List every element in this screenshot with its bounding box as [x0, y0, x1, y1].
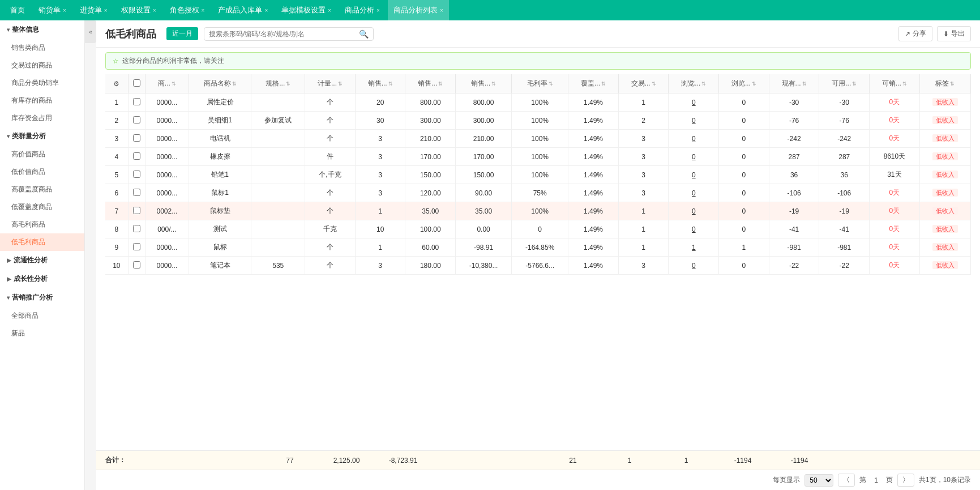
row-spec — [251, 148, 305, 166]
col-name[interactable]: 商品名称⇅ — [189, 74, 251, 93]
per-page-select[interactable]: 50 20 100 — [804, 474, 833, 487]
row-checkbox[interactable] — [128, 238, 145, 257]
sidebar-item-high-value[interactable]: 高价值商品 — [0, 146, 84, 163]
col-code[interactable]: 商...⇅ — [145, 74, 189, 93]
row-sales-price: 60.00 — [405, 238, 456, 257]
col-coverage[interactable]: 覆盖...⇅ — [568, 74, 619, 93]
col-sales-qty[interactable]: 销售...⇅ — [355, 74, 405, 93]
nav-role-auth-close[interactable]: × — [202, 7, 205, 14]
select-all-checkbox[interactable] — [133, 79, 140, 87]
row-views1[interactable]: 0 — [669, 220, 719, 238]
row-no: 10 — [105, 257, 128, 275]
nav-product-analysis-close[interactable]: × — [376, 7, 380, 14]
col-available[interactable]: 可用...⇅ — [819, 74, 870, 93]
row-sales-qty: 20 — [355, 93, 405, 112]
sidebar-item-low-margin[interactable]: 低毛利商品 — [0, 233, 84, 251]
next-page-button[interactable]: 〉 — [897, 474, 914, 487]
nav-permission[interactable]: 权限设置 × — [115, 0, 162, 20]
nav-template[interactable]: 单据模板设置 × — [276, 0, 337, 20]
share-button[interactable]: ↗ 分享 — [898, 26, 932, 41]
top-nav: 首页 销货单 × 进货单 × 权限设置 × 角色授权 × 产成品入库单 × 单据… — [0, 0, 980, 20]
row-transactions: 3 — [618, 148, 669, 166]
col-views2[interactable]: 浏览...⇅ — [719, 74, 769, 93]
sidebar-item-all-products[interactable]: 全部商品 — [0, 307, 84, 325]
col-sellable[interactable]: 可销...⇅ — [870, 74, 920, 93]
nav-product-analysis[interactable]: 商品分析 × — [339, 0, 386, 20]
table-row: 3 0000... 电话机 个 3 210.00 210.00 100% 1.4… — [105, 130, 971, 148]
col-sales-price[interactable]: 销售...⇅ — [405, 74, 456, 93]
header-actions: ↗ 分享 ⬇ 导出 — [898, 26, 971, 41]
footer-transactions: 21 — [550, 457, 596, 465]
row-views1[interactable]: 0 — [669, 130, 719, 148]
sidebar-group-growth[interactable]: ▶ 成长性分析 — [0, 270, 84, 288]
row-checkbox[interactable] — [128, 93, 145, 112]
row-views1[interactable]: 0 — [669, 112, 719, 130]
nav-finished-goods[interactable]: 产成品入库单 × — [212, 0, 273, 20]
nav-product-analysis-list[interactable]: 商品分析列表 × — [388, 0, 449, 20]
row-views1[interactable]: 0 — [669, 166, 719, 184]
col-spec[interactable]: 规格...⇅ — [251, 74, 305, 93]
row-sales-qty: 3 — [355, 184, 405, 202]
row-views1[interactable]: 0 — [669, 257, 719, 275]
sidebar-group-marketing[interactable]: ▾ 营销推广分析 — [0, 288, 84, 307]
sidebar-item-low-coverage[interactable]: 低覆盖度商品 — [0, 198, 84, 216]
sidebar-item-high-coverage[interactable]: 高覆盖度商品 — [0, 181, 84, 198]
nav-template-close[interactable]: × — [328, 7, 331, 14]
col-checkbox[interactable] — [128, 74, 145, 93]
row-checkbox[interactable] — [128, 112, 145, 130]
row-checkbox[interactable] — [128, 220, 145, 238]
row-views2: 0 — [719, 166, 769, 184]
search-input[interactable] — [209, 30, 359, 38]
export-button[interactable]: ⬇ 导出 — [937, 26, 971, 41]
filter-button[interactable]: 近一月 — [166, 27, 198, 40]
nav-sales-order[interactable]: 销货单 × — [33, 0, 72, 20]
sidebar-collapse-button[interactable]: « — [85, 20, 96, 43]
row-checkbox[interactable] — [128, 184, 145, 202]
sidebar-item-category-sales-rate[interactable]: 商品分类助销率 — [0, 74, 84, 92]
sidebar-item-high-margin[interactable]: 高毛利商品 — [0, 216, 84, 233]
row-views1[interactable]: 1 — [669, 238, 719, 257]
row-checkbox[interactable] — [128, 166, 145, 184]
search-icon[interactable]: 🔍 — [359, 29, 369, 39]
col-current-stock[interactable]: 现有...⇅ — [769, 74, 819, 93]
col-transactions[interactable]: 交易...⇅ — [618, 74, 669, 93]
row-views1[interactable]: 0 — [669, 148, 719, 166]
row-tag: 低收入 — [919, 148, 970, 166]
sidebar-item-new-products[interactable]: 新品 — [0, 325, 84, 342]
row-sellable: 0天 — [870, 130, 920, 148]
sidebar-group-cluster[interactable]: ▾ 类群量分析 — [0, 127, 84, 146]
nav-sales-order-close[interactable]: × — [63, 7, 66, 14]
col-tag[interactable]: 标签⇅ — [919, 74, 970, 93]
sidebar-item-stock-capital[interactable]: 库存资金占用 — [0, 109, 84, 127]
col-unit[interactable]: 计量...⇅ — [305, 74, 356, 93]
row-views1[interactable]: 0 — [669, 184, 719, 202]
row-views1[interactable]: 0 — [669, 202, 719, 220]
sidebar-group-overview[interactable]: ▾ 整体信息 — [0, 20, 84, 39]
row-code: 000/... — [145, 220, 189, 238]
nav-product-analysis-list-close[interactable]: × — [440, 7, 443, 14]
nav-finished-goods-close[interactable]: × — [264, 7, 268, 14]
sidebar-item-low-value[interactable]: 低价值商品 — [0, 163, 84, 181]
sidebar-group-circulation[interactable]: ▶ 流通性分析 — [0, 251, 84, 270]
nav-permission-close[interactable]: × — [153, 7, 156, 14]
nav-purchase-order[interactable]: 进货单 × — [74, 0, 113, 20]
col-views1[interactable]: 浏览...⇅ — [669, 74, 719, 93]
prev-page-button[interactable]: 〈 — [838, 474, 855, 487]
sidebar-item-traded-products[interactable]: 交易过的商品 — [0, 57, 84, 74]
sidebar-item-stocked-products[interactable]: 有库存的商品 — [0, 92, 84, 109]
col-sales-amount[interactable]: 销售...⇅ — [456, 74, 512, 93]
sidebar-item-sales-products[interactable]: 销售类商品 — [0, 39, 84, 57]
nav-role-auth[interactable]: 角色授权 × — [164, 0, 211, 20]
row-sales-amount: 0.00 — [456, 220, 512, 238]
row-views1[interactable]: 0 — [669, 93, 719, 112]
row-checkbox[interactable] — [128, 202, 145, 220]
nav-home[interactable]: 首页 — [5, 0, 31, 20]
col-settings[interactable]: ⚙ — [105, 74, 128, 93]
row-checkbox[interactable] — [128, 148, 145, 166]
row-name: 鼠标垫 — [189, 202, 251, 220]
row-available: -106 — [819, 184, 870, 202]
row-checkbox[interactable] — [128, 130, 145, 148]
col-gross-margin[interactable]: 毛利率⇅ — [512, 74, 568, 93]
row-checkbox[interactable] — [128, 257, 145, 275]
nav-purchase-order-close[interactable]: × — [104, 7, 108, 14]
